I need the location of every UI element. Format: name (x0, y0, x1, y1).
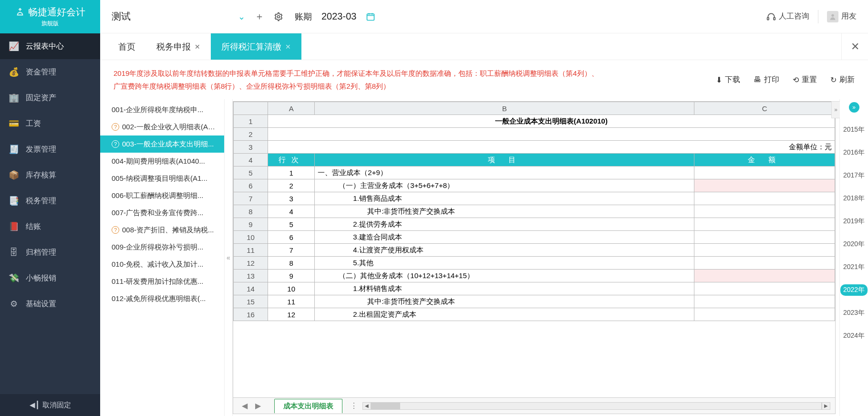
sheet-next-icon[interactable]: ▶ (255, 401, 261, 410)
cell-seq[interactable]: 1 (268, 166, 315, 179)
row-header[interactable]: 3 (234, 141, 268, 154)
cell-item[interactable]: 1.材料销售成本 (315, 282, 694, 295)
cell-amount[interactable] (694, 282, 835, 295)
cell-item[interactable]: 4.让渡资产使用权成本 (315, 244, 694, 257)
scroll-left-icon[interactable]: ◀ (362, 402, 371, 410)
cell-item[interactable]: 5.其他 (315, 257, 694, 270)
sidebar-item-0[interactable]: 📈云报表中心 (0, 33, 100, 59)
sheet-prev-icon[interactable]: ◀ (242, 401, 248, 410)
sheet-tab-more-icon[interactable]: ⋮ (350, 401, 358, 410)
cell-amount[interactable] (694, 205, 835, 218)
cell-amount[interactable] (694, 244, 835, 257)
cell-amount[interactable] (694, 218, 835, 231)
col-header-b[interactable]: B (315, 102, 694, 115)
year-2018年[interactable]: 2018年 (840, 193, 868, 204)
sidebar-item-4[interactable]: 🧾发票管理 (0, 136, 100, 162)
form-item-4[interactable]: 005-纳税调整项目明细表(A1... (100, 170, 224, 187)
close-icon[interactable]: ✕ (195, 43, 200, 51)
col-header-c[interactable]: C (694, 102, 835, 115)
sidebar-item-2[interactable]: 🏢固定资产 (0, 85, 100, 111)
year-2016年[interactable]: 2016年 (840, 147, 868, 158)
cell-amount[interactable] (694, 308, 835, 321)
cell-seq[interactable]: 12 (268, 308, 315, 321)
support-button[interactable]: 人工咨询 (766, 11, 809, 21)
year-2021年[interactable]: 2021年 (840, 261, 868, 273)
row-header[interactable]: 15 (234, 295, 268, 308)
rail-toggle-icon[interactable]: » (849, 102, 859, 113)
form-item-7[interactable]: ?008-资产折旧、摊销及纳税... (100, 221, 224, 239)
year-2015年[interactable]: 2015年 (840, 124, 868, 135)
row-header[interactable]: 13 (234, 270, 268, 282)
row-header[interactable]: 2 (234, 128, 268, 141)
form-item-9[interactable]: 010-免税、减计收入及加计... (100, 256, 224, 273)
form-item-1[interactable]: ?002-一般企业收入明细表(A1... (100, 118, 224, 135)
cell-amount[interactable] (694, 166, 835, 179)
cell-amount[interactable] (694, 192, 835, 205)
row-header[interactable]: 5 (234, 166, 268, 179)
form-item-2[interactable]: ?003-一般企业成本支出明细... (100, 135, 224, 153)
form-item-3[interactable]: 004-期间费用明细表(A1040... (100, 153, 224, 170)
cell-seq[interactable]: 4 (268, 205, 315, 218)
cell-seq[interactable]: 3 (268, 192, 315, 205)
expand-right-icon[interactable]: » (831, 101, 840, 118)
cell-seq[interactable]: 8 (268, 257, 315, 270)
row-header[interactable]: 8 (234, 205, 268, 218)
row-header[interactable]: 11 (234, 244, 268, 257)
row-header[interactable]: 16 (234, 308, 268, 321)
reset-button[interactable]: ⟲重置 (793, 75, 817, 85)
sidebar-item-3[interactable]: 💳工资 (0, 111, 100, 136)
cell-seq[interactable]: 7 (268, 244, 315, 257)
org-selector[interactable]: 测试 ⌄ (112, 10, 245, 23)
tabs-close-all[interactable]: ✕ (841, 33, 868, 60)
form-item-11[interactable]: 012-减免所得税优惠明细表(... (100, 290, 224, 307)
cell-item[interactable]: 2.出租固定资产成本 (315, 308, 694, 321)
cell-item[interactable]: （二）其他业务成本（10+12+13+14+15） (315, 270, 694, 282)
cell-item[interactable]: 2.提供劳务成本 (315, 218, 694, 231)
cell-item[interactable]: 3.建造合同成本 (315, 231, 694, 244)
form-item-6[interactable]: 007-广告费和业务宣传费跨... (100, 204, 224, 221)
cell-seq[interactable]: 9 (268, 270, 315, 282)
add-icon[interactable]: ＋ (255, 10, 264, 23)
row-header[interactable]: 6 (234, 179, 268, 192)
tab-1[interactable]: 税务申报✕ (146, 33, 211, 60)
row-header[interactable]: 14 (234, 282, 268, 295)
sidebar-unpin[interactable]: ◀┃ 取消固定 (0, 394, 100, 416)
year-2023年[interactable]: 2023年 (840, 307, 868, 319)
cell-item[interactable]: （一）主营业务成本（3+5+6+7+8） (315, 179, 694, 192)
row-header[interactable]: 10 (234, 231, 268, 244)
row-header[interactable]: 4 (234, 154, 268, 166)
form-item-8[interactable]: 009-企业所得税弥补亏损明... (100, 239, 224, 256)
tab-2[interactable]: 所得税汇算清缴✕ (211, 33, 301, 60)
sidebar-item-7[interactable]: 📕结账 (0, 214, 100, 239)
cell-amount[interactable] (694, 257, 835, 270)
cell-item[interactable]: 一、营业成本（2+9） (315, 166, 694, 179)
cell-item[interactable]: 其中:非货币性资产交换成本 (315, 295, 694, 308)
form-item-5[interactable]: 006-职工薪酬纳税调整明细... (100, 187, 224, 204)
form-item-10[interactable]: 011-研发费用加计扣除优惠... (100, 273, 224, 290)
sheet-tab[interactable]: 成本支出明细表 (274, 399, 342, 413)
cell-item[interactable]: 其中:非货币性资产交换成本 (315, 205, 694, 218)
sidebar-item-10[interactable]: ⚙基础设置 (0, 291, 100, 317)
sidebar-item-9[interactable]: 💸小畅报销 (0, 265, 100, 291)
cell-seq[interactable]: 2 (268, 179, 315, 192)
cell-amount[interactable] (694, 179, 835, 192)
row-header[interactable]: 12 (234, 257, 268, 270)
refresh-button[interactable]: ↻刷新 (830, 75, 855, 85)
cell-item[interactable]: 1.销售商品成本 (315, 192, 694, 205)
cell-seq[interactable]: 6 (268, 231, 315, 244)
user-menu[interactable]: 用友 (827, 11, 857, 22)
grid-scroll[interactable]: A B C 1 一般企业成本支出明细表(A102010) 2 3 金额单位：元 (233, 102, 835, 397)
sidebar-item-6[interactable]: 📑税务管理 (0, 188, 100, 214)
gear-icon[interactable] (274, 12, 283, 21)
cell-amount[interactable] (694, 231, 835, 244)
year-2022年[interactable]: 2022年 (840, 284, 868, 296)
year-2020年[interactable]: 2020年 (840, 239, 868, 250)
col-header-a[interactable]: A (268, 102, 315, 115)
cell-seq[interactable]: 11 (268, 295, 315, 308)
close-icon[interactable]: ✕ (285, 43, 291, 51)
download-button[interactable]: ⬇下载 (716, 75, 740, 85)
row-header[interactable]: 9 (234, 218, 268, 231)
row-header[interactable]: 7 (234, 192, 268, 205)
year-2017年[interactable]: 2017年 (840, 170, 868, 181)
cell-amount[interactable] (694, 295, 835, 308)
